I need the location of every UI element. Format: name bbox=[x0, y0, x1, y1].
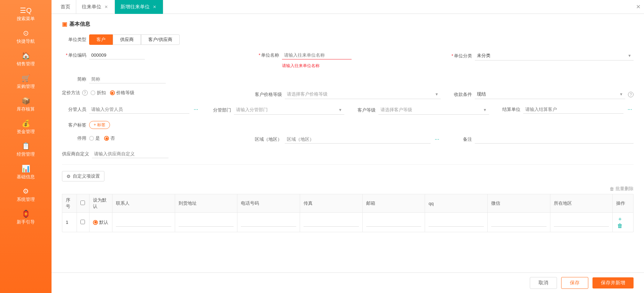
col-checkbox bbox=[77, 194, 89, 213]
radio-price-level-circle bbox=[110, 90, 115, 95]
field-customer-price-level: 客户价格等级 请选择客户价格等级 ▼ bbox=[255, 90, 441, 99]
unit-type-row: 单位类型 客户 供应商 客户/供应商 bbox=[62, 34, 634, 45]
manager-input[interactable] bbox=[89, 105, 189, 114]
customer-price-level-select[interactable]: 请选择客户价格等级 ▼ bbox=[285, 90, 441, 99]
operations-icon: 📋 bbox=[22, 142, 30, 150]
sidebar-item-search[interactable]: ☰Q 搜索菜单 bbox=[0, 3, 52, 25]
gear-icon: ⚙ bbox=[66, 174, 71, 179]
fax-input[interactable] bbox=[304, 218, 359, 227]
sidebar-item-quick-nav[interactable]: ⊙ 快捷导航 bbox=[0, 25, 52, 48]
cancel-button[interactable]: 取消 bbox=[530, 277, 557, 289]
form-row-pricing: 定价方法 ? 折扣 价格等级 客户价格 bbox=[62, 90, 634, 99]
cell-email bbox=[362, 213, 425, 232]
tab-new-partner-close[interactable]: ✕ bbox=[152, 4, 157, 10]
save-button[interactable]: 保存 bbox=[561, 277, 588, 289]
tab-bar: 首页 往来单位 ✕ 新增往来单位 ✕ ✕ bbox=[52, 0, 644, 14]
sidebar-item-purchase[interactable]: 🛒 采购管理 bbox=[0, 71, 52, 93]
tab-home-label: 首页 bbox=[61, 4, 70, 10]
region-input[interactable] bbox=[554, 218, 609, 227]
col-seq: 序号 bbox=[62, 194, 77, 213]
select-all-checkbox[interactable] bbox=[80, 201, 85, 205]
unit-name-input[interactable] bbox=[282, 51, 352, 59]
close-all-tabs-button[interactable]: ✕ bbox=[636, 3, 641, 10]
area-label: 区域（地区） bbox=[255, 136, 282, 143]
section-info-icon: ▣ bbox=[62, 21, 67, 27]
email-input[interactable] bbox=[366, 218, 422, 227]
settlement-unit-input[interactable] bbox=[523, 105, 623, 114]
main-area: 首页 往来单位 ✕ 新增往来单位 ✕ ✕ ▣ 基本信息 单位类型 客户 供应商 … bbox=[52, 0, 644, 293]
row-default-circle bbox=[93, 220, 98, 225]
settlement-unit-more-btn[interactable]: ··· bbox=[626, 106, 634, 113]
department-label: 分管部门 bbox=[207, 107, 231, 113]
department-select[interactable]: 请输入分管部门 ▼ bbox=[234, 105, 345, 115]
field-manager: 分管人员 ··· bbox=[62, 105, 200, 114]
payment-terms-select[interactable]: 现结 ▼ bbox=[475, 90, 625, 99]
radio-discount-circle bbox=[91, 90, 95, 95]
customer-level-arrow: ▼ bbox=[483, 108, 487, 112]
tab-partners[interactable]: 往来单位 ✕ bbox=[76, 0, 115, 14]
row-default-radio[interactable]: 默认 bbox=[93, 219, 109, 226]
sidebar-item-guide-label: 新手引导 bbox=[17, 219, 35, 225]
address-input[interactable] bbox=[179, 218, 234, 227]
payment-terms-help-icon[interactable]: ? bbox=[628, 92, 634, 97]
basic-icon: 📊 bbox=[22, 164, 30, 173]
form-row-manager: 分管人员 ··· 分管部门 请输入分管部门 ▼ 客户等级 请选择客户等级 ▼ 结… bbox=[62, 105, 634, 115]
sidebar-item-basic[interactable]: 📊 基础信息 bbox=[0, 161, 52, 184]
contact-input[interactable] bbox=[116, 218, 171, 227]
tab-home[interactable]: 首页 bbox=[55, 0, 76, 14]
customer-price-level-placeholder: 请选择客户价格等级 bbox=[287, 91, 328, 97]
customer-level-select[interactable]: 请选择客户等级 ▼ bbox=[378, 105, 489, 115]
tab-partners-label: 往来单位 bbox=[82, 4, 101, 10]
form-content: ▣ 基本信息 单位类型 客户 供应商 客户/供应商 *单位编码 *单位名称 bbox=[52, 14, 644, 272]
purchase-icon: 🛒 bbox=[22, 74, 30, 82]
pricing-help-icon[interactable]: ? bbox=[82, 90, 88, 96]
form-row-abbreviation: 简称 bbox=[62, 75, 634, 83]
unit-name-error: 请输入往来单位名称 bbox=[282, 63, 320, 69]
tab-partners-close[interactable]: ✕ bbox=[103, 4, 109, 10]
sidebar-item-operations[interactable]: 📋 经营管理 bbox=[0, 138, 52, 161]
add-tag-button[interactable]: + 标签 bbox=[89, 121, 110, 129]
qq-input[interactable] bbox=[429, 218, 484, 227]
cell-region bbox=[550, 213, 613, 232]
disabled-label: 停用 bbox=[62, 135, 86, 141]
unit-category-select[interactable]: 未分类 ▼ bbox=[475, 51, 634, 60]
phone-input[interactable] bbox=[241, 218, 296, 227]
guide-icon: 🏮 bbox=[22, 210, 30, 218]
radio-discount[interactable]: 折扣 bbox=[91, 90, 106, 96]
unit-code-input[interactable] bbox=[89, 51, 145, 59]
sidebar-item-system[interactable]: ⚙ 系统管理 bbox=[0, 184, 52, 206]
delete-row-button[interactable]: 🗑 bbox=[616, 223, 624, 229]
sidebar-item-inventory[interactable]: 📦 库存核算 bbox=[0, 93, 52, 116]
area-input[interactable] bbox=[285, 135, 431, 144]
col-action: 操作 bbox=[613, 194, 634, 213]
radio-price-level-dot bbox=[111, 92, 113, 94]
sidebar-item-guide[interactable]: 🏮 新手引导 bbox=[0, 206, 52, 229]
manager-more-btn[interactable]: ··· bbox=[192, 106, 199, 113]
batch-delete-label[interactable]: 批量删除 bbox=[615, 186, 634, 192]
tab-new-partner[interactable]: 新增往来单位 ✕ bbox=[115, 0, 163, 14]
abbreviation-input[interactable] bbox=[89, 75, 166, 83]
cell-contact bbox=[112, 213, 175, 232]
sidebar-item-sales[interactable]: 🏠 销售管理 bbox=[0, 48, 52, 71]
sidebar-item-finance[interactable]: 💰 资金管理 bbox=[0, 116, 52, 138]
remarks-input[interactable] bbox=[475, 135, 634, 144]
wechat-input[interactable] bbox=[491, 218, 547, 227]
payment-terms-arrow: ▼ bbox=[619, 92, 623, 96]
custom-settings-button[interactable]: ⚙ 自定义项设置 bbox=[62, 171, 104, 181]
table-header-row: 序号 设为默认 联系人 到货地址 电话号码 传真 邮箱 qq 微信 所在地区 操… bbox=[62, 194, 634, 213]
radio-disabled-no[interactable]: 否 bbox=[104, 135, 115, 141]
field-pricing-method: 定价方法 ? 折扣 价格等级 bbox=[62, 90, 248, 96]
contacts-table: 序号 设为默认 联系人 到货地址 电话号码 传真 邮箱 qq 微信 所在地区 操… bbox=[62, 194, 634, 232]
row-checkbox[interactable] bbox=[80, 220, 85, 224]
save-and-new-button[interactable]: 保存并新增 bbox=[592, 277, 634, 288]
unit-btn-supplier[interactable]: 供应商 bbox=[113, 34, 141, 45]
cell-default: 默认 bbox=[89, 213, 112, 232]
add-row-button[interactable]: ＋ bbox=[616, 215, 624, 223]
radio-price-level[interactable]: 价格等级 bbox=[110, 90, 134, 96]
radio-disabled-yes[interactable]: 是 bbox=[89, 135, 100, 141]
unit-btn-customer[interactable]: 客户 bbox=[89, 34, 113, 45]
area-more-btn[interactable]: ··· bbox=[433, 136, 441, 143]
radio-price-level-label: 价格等级 bbox=[116, 90, 134, 96]
unit-btn-both[interactable]: 客户/供应商 bbox=[141, 34, 180, 45]
supplier-custom-input[interactable] bbox=[92, 150, 168, 158]
